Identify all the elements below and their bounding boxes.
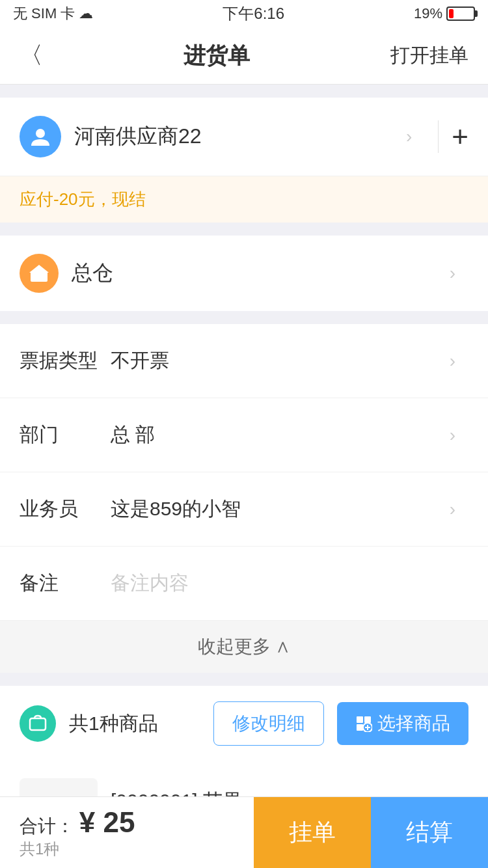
gap-2 (0, 223, 488, 236)
status-time: 下午6:16 (223, 3, 284, 24)
collapse-text: 收起更多 ∧ (198, 634, 291, 659)
cart-icon (27, 713, 48, 734)
status-bar: 无 SIM 卡 ☁ 下午6:16 19% (0, 0, 488, 27)
chevron-right-icon: › (406, 126, 412, 147)
warehouse-icon (20, 254, 59, 293)
sales-row[interactable]: 业务员 这是859的小智 › (0, 472, 488, 547)
gap-1 (0, 85, 488, 98)
invoice-chevron-icon: › (450, 351, 455, 372)
battery-tip (475, 10, 478, 17)
total-section: 合计： ¥ 25 共1种 (0, 806, 254, 860)
invoice-value: 不开票 (111, 347, 450, 374)
supplier-row[interactable]: 河南供应商22 › + (0, 98, 488, 176)
svg-rect-7 (357, 724, 363, 731)
svg-marker-2 (29, 265, 49, 273)
products-header: 共1种商品 修改明细 选择商品 (0, 686, 488, 761)
svg-rect-3 (36, 277, 42, 282)
products-count: 共1种商品 (69, 711, 200, 737)
notice-bar: 应付-20元，现结 (0, 176, 488, 223)
warehouse-row[interactable]: 总仓 › (0, 236, 488, 311)
sales-chevron-icon: › (450, 499, 455, 520)
divider (438, 120, 439, 153)
form-section: 票据类型 不开票 › 部门 总 部 › 业务员 这是859的小智 › 备注 备注… (0, 324, 488, 621)
checkout-button[interactable]: 结算 (371, 797, 488, 869)
svg-point-0 (36, 129, 45, 138)
person-icon (29, 125, 52, 148)
remark-row[interactable]: 备注 备注内容 (0, 547, 488, 621)
supplier-avatar (20, 116, 61, 157)
total-line: 合计： ¥ 25 (20, 806, 234, 839)
battery-icon (446, 7, 475, 21)
bottom-bar: 合计： ¥ 25 共1种 挂单 结算 (0, 796, 488, 868)
back-button[interactable]: 〈 (20, 40, 43, 72)
total-count: 共1种 (20, 839, 234, 860)
battery-fill (449, 9, 454, 18)
dept-label: 部门 (20, 422, 111, 448)
nav-bar: 〈 进货单 打开挂单 (0, 27, 488, 85)
invoice-row[interactable]: 票据类型 不开票 › (0, 324, 488, 398)
open-hang-button[interactable]: 打开挂单 (390, 42, 468, 69)
add-icon[interactable]: + (452, 122, 468, 151)
collapse-bar[interactable]: 收起更多 ∧ (0, 621, 488, 673)
total-amount: ¥ 25 (79, 806, 135, 838)
gap-4 (0, 673, 488, 686)
sales-label: 业务员 (20, 496, 111, 522)
dept-value: 总 部 (111, 422, 450, 448)
dept-chevron-icon: › (450, 425, 455, 446)
invoice-label: 票据类型 (20, 347, 111, 374)
status-right: 19% (414, 5, 475, 22)
edit-detail-button[interactable]: 修改明细 (213, 701, 324, 746)
page-title: 进货单 (183, 41, 250, 71)
select-product-button[interactable]: 选择商品 (337, 702, 468, 745)
sales-value: 这是859的小智 (111, 496, 450, 522)
select-product-label: 选择商品 (377, 711, 450, 736)
supplier-section: 河南供应商22 › + 应付-20元，现结 (0, 98, 488, 223)
gap-3 (0, 311, 488, 324)
warehouse-chevron-icon: › (450, 263, 455, 284)
remark-label: 备注 (20, 570, 111, 597)
remark-placeholder[interactable]: 备注内容 (111, 570, 468, 597)
warehouse-svg-icon (28, 262, 50, 284)
warehouse-name: 总仓 (72, 259, 450, 288)
warehouse-section: 总仓 › (0, 236, 488, 311)
products-icon (20, 705, 56, 742)
svg-rect-4 (30, 718, 46, 730)
svg-rect-5 (357, 716, 363, 723)
main-content: 河南供应商22 › + 应付-20元，现结 总仓 › 票据类型 (0, 85, 488, 868)
hang-button[interactable]: 挂单 (254, 797, 371, 869)
supplier-name: 河南供应商22 (74, 122, 406, 151)
sim-status: 无 SIM 卡 ☁ (13, 4, 93, 23)
select-icon (355, 715, 372, 732)
battery-percent: 19% (414, 5, 442, 22)
total-label: 合计： (20, 816, 74, 836)
status-left: 无 SIM 卡 ☁ (13, 4, 93, 23)
svg-rect-6 (364, 716, 371, 723)
dept-row[interactable]: 部门 总 部 › (0, 398, 488, 472)
